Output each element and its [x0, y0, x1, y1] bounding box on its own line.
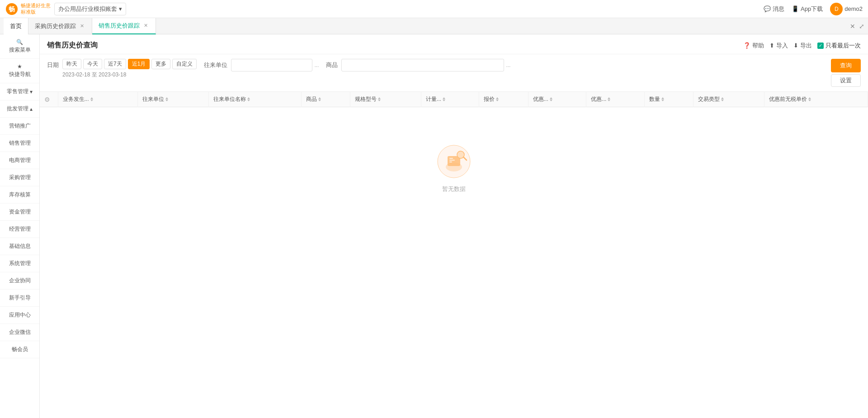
- sort-unit-icon[interactable]: [443, 97, 445, 101]
- help-icon: ❓: [743, 42, 750, 49]
- tab-bar-actions: ✕ ⤢: [850, 23, 864, 30]
- sidebar-item-ecommerce[interactable]: 电商管理: [0, 152, 39, 169]
- sidebar-item-guide[interactable]: 新手引导: [0, 290, 39, 307]
- empty-text: 暂无数据: [442, 185, 466, 193]
- goods-input[interactable]: [341, 59, 504, 71]
- top-bar-left: 畅 畅捷通好生意 标准版 办公用品行业模拟账套 ▾: [5, 3, 126, 15]
- date-btn-yesterday[interactable]: 昨天: [62, 59, 81, 69]
- query-button[interactable]: 查询: [831, 59, 861, 72]
- col-trade-type: 交易类型: [693, 92, 764, 107]
- main-layout: 🔍 搜索菜单 ★ 快捷导航 零售管理 ▾ 批发管理 ▴ 营销推广 销售管理 电商…: [0, 34, 868, 418]
- col-goods: 商品: [301, 92, 350, 107]
- logo-text: 畅捷通好生意 标准版: [21, 3, 51, 14]
- tab-sales-history[interactable]: 销售历史价跟踪 ✕: [92, 18, 156, 34]
- sidebar-item-operations[interactable]: 经营管理: [0, 221, 39, 238]
- message-icon: 💬: [764, 5, 771, 12]
- sidebar-item-quick-nav[interactable]: ★ 快捷导航: [0, 59, 39, 83]
- logo-icon: 畅: [5, 3, 18, 15]
- date-btn-today[interactable]: 今天: [83, 59, 102, 69]
- date-filter-group: 日期 昨天 今天 近7天 近1月 更多 自定义 2023-02-18 至 202…: [47, 59, 197, 79]
- app-download-action[interactable]: 📱 App下载: [792, 5, 823, 13]
- search-icon: 🔍: [16, 39, 23, 45]
- goods-dots[interactable]: ...: [506, 62, 510, 68]
- tab-home-label: 首页: [10, 22, 22, 30]
- date-buttons: 昨天 今天 近7天 近1月 更多 自定义 2023-02-18 至 2023-0…: [62, 59, 197, 79]
- close-all-icon[interactable]: ✕: [850, 23, 855, 30]
- workspace-label: 办公用品行业模拟账套: [58, 5, 117, 13]
- partner-input[interactable]: [231, 59, 312, 71]
- tab-home[interactable]: 首页: [4, 18, 28, 34]
- export-icon: ⬇: [793, 42, 798, 49]
- user-action[interactable]: D demo2: [830, 3, 863, 15]
- sidebar-item-purchase[interactable]: 采购管理: [0, 169, 39, 186]
- sort-partner-name-icon[interactable]: [247, 97, 250, 101]
- column-settings-button[interactable]: ⚙: [44, 96, 50, 103]
- sort-trade-type-icon[interactable]: [721, 97, 724, 101]
- sort-quote-icon[interactable]: [496, 97, 499, 101]
- expand-icon[interactable]: ⤢: [859, 23, 864, 30]
- col-discount2: 优惠...: [586, 92, 645, 107]
- sidebar: 🔍 搜索菜单 ★ 快捷导航 零售管理 ▾ 批发管理 ▴ 营销推广 销售管理 电商…: [0, 34, 40, 418]
- tab-sales-label: 销售历史价跟踪: [99, 22, 140, 30]
- sidebar-item-member[interactable]: 畅会员: [0, 341, 39, 358]
- sidebar-item-wechat[interactable]: 企业微信: [0, 324, 39, 341]
- col-biz-date: 业务发生...: [58, 92, 138, 107]
- sidebar-item-app-center[interactable]: 应用中心: [0, 307, 39, 324]
- sort-discount1-icon[interactable]: [550, 97, 552, 101]
- tab-bar: 首页 采购历史价跟踪 ✕ 销售历史价跟踪 ✕ ✕ ⤢: [0, 18, 868, 34]
- col-pretax: 优惠前无税单价: [764, 92, 868, 107]
- sidebar-item-wholesale[interactable]: 批发管理 ▴: [0, 100, 39, 118]
- col-partner-code: 往来单位: [138, 92, 209, 107]
- sort-biz-date-icon[interactable]: [90, 97, 93, 101]
- col-quote: 报价: [479, 92, 528, 107]
- date-btn-last1m[interactable]: 近1月: [128, 59, 150, 69]
- import-action[interactable]: ⬆ 导入: [769, 42, 788, 50]
- sort-pretax-icon[interactable]: [808, 97, 811, 101]
- date-btn-custom[interactable]: 自定义: [172, 59, 197, 69]
- export-action[interactable]: ⬇ 导出: [793, 42, 812, 50]
- partner-dots[interactable]: ...: [314, 62, 319, 68]
- sort-qty-icon[interactable]: [661, 97, 664, 101]
- help-action[interactable]: ❓ 帮助: [743, 42, 764, 50]
- partner-input-group: ...: [231, 59, 319, 71]
- col-settings: ⚙: [40, 92, 58, 107]
- svg-text:畅: 畅: [9, 5, 15, 13]
- workspace-selector[interactable]: 办公用品行业模拟账套 ▾: [54, 3, 126, 15]
- sidebar-item-inventory[interactable]: 库存核算: [0, 186, 39, 204]
- sidebar-item-sales-mgmt[interactable]: 销售管理: [0, 135, 39, 152]
- page-header-actions: ❓ 帮助 ⬆ 导入 ⬇ 导出 ✓ 只看最后一次: [743, 42, 861, 50]
- col-unit: 计量...: [421, 92, 479, 107]
- sidebar-item-system[interactable]: 系统管理: [0, 255, 39, 272]
- filter-actions: 查询 设置: [831, 59, 861, 87]
- message-action[interactable]: 💬 消息: [764, 5, 784, 13]
- sidebar-item-enterprise[interactable]: 企业协同: [0, 272, 39, 290]
- sidebar-item-search-menu[interactable]: 🔍 搜索菜单: [0, 34, 39, 59]
- filter-bar: 日期 昨天 今天 近7天 近1月 更多 自定义 2023-02-18 至 202…: [40, 54, 868, 92]
- date-btn-last7[interactable]: 近7天: [104, 59, 126, 69]
- sidebar-item-finance[interactable]: 资金管理: [0, 204, 39, 221]
- avatar: D: [830, 3, 843, 15]
- date-btn-more[interactable]: 更多: [151, 59, 170, 69]
- tab-purchase-history[interactable]: 采购历史价跟踪 ✕: [28, 18, 92, 34]
- date-row1: 昨天 今天 近7天 近1月 更多 自定义: [62, 59, 197, 69]
- sort-partner-code-icon[interactable]: [165, 97, 168, 101]
- tab-sales-close-icon[interactable]: ✕: [142, 22, 149, 29]
- sidebar-item-retail[interactable]: 零售管理 ▾: [0, 83, 39, 100]
- sort-discount2-icon[interactable]: [608, 97, 610, 101]
- only-last-checkbox[interactable]: ✓ 只看最后一次: [817, 42, 861, 50]
- col-partner-name: 往来单位名称: [208, 92, 301, 107]
- sidebar-item-marketing[interactable]: 营销推广: [0, 118, 39, 135]
- sort-goods-icon[interactable]: [318, 97, 321, 101]
- col-spec: 规格型号: [350, 92, 421, 107]
- sort-spec-icon[interactable]: [378, 97, 381, 101]
- empty-illustration: [436, 143, 472, 180]
- sidebar-item-basic-info[interactable]: 基础信息: [0, 238, 39, 255]
- page-container: 销售历史价查询 ❓ 帮助 ⬆ 导入 ⬇ 导出 ✓: [40, 34, 868, 418]
- phone-icon: 📱: [792, 5, 799, 12]
- partner-filter-group: 往来单位 ...: [204, 59, 319, 71]
- goods-input-group: ...: [341, 59, 510, 71]
- settings-button[interactable]: 设置: [831, 74, 861, 87]
- tab-purchase-close-icon[interactable]: ✕: [79, 23, 85, 29]
- star-icon: ★: [17, 63, 22, 70]
- col-discount1: 优惠...: [528, 92, 586, 107]
